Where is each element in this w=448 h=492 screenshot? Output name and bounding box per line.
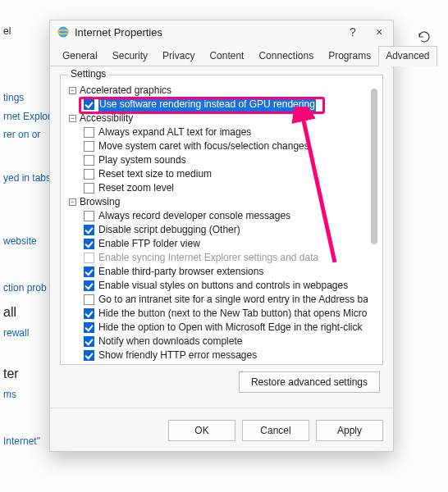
ok-button[interactable]: OK: [168, 420, 235, 441]
setting-label: Enable syncing Internet Explorer setting…: [98, 251, 318, 265]
setting-item: Enable syncing Internet Explorer setting…: [72, 251, 368, 265]
checkbox[interactable]: [84, 336, 94, 347]
checkbox[interactable]: [84, 280, 94, 291]
checkbox[interactable]: [84, 141, 94, 152]
expand-icon[interactable]: −: [69, 115, 76, 122]
checkbox[interactable]: [84, 211, 94, 221]
help-button[interactable]: ?: [345, 25, 360, 39]
bg-link[interactable]: tings: [3, 91, 49, 105]
setting-label: Reset zoom level: [98, 181, 174, 195]
close-button[interactable]: ×: [372, 25, 386, 39]
setting-item[interactable]: Move system caret with focus/selection c…: [72, 139, 368, 153]
setting-label: Hide the button (next to the New Tab but…: [98, 307, 367, 321]
setting-item[interactable]: Use software rendering instead of GPU re…: [72, 98, 368, 112]
expand-icon[interactable]: −: [69, 87, 76, 94]
checkbox[interactable]: [84, 225, 94, 235]
category-accessibility[interactable]: −Accessibility: [69, 112, 368, 125]
tab-programs[interactable]: Programs: [321, 46, 378, 66]
scrollbar[interactable]: [371, 85, 377, 361]
checkbox[interactable]: [84, 127, 94, 138]
bg-link[interactable]: ction prob: [3, 281, 49, 295]
bg-link[interactable]: rer on or: [3, 128, 49, 142]
svg-point-0: [58, 27, 69, 38]
checkbox[interactable]: [84, 239, 94, 249]
tab-security[interactable]: Security: [105, 46, 155, 66]
settings-legend: Settings: [67, 68, 109, 80]
tab-content[interactable]: Content: [202, 46, 251, 66]
setting-item[interactable]: Disable script debugging (Other): [72, 223, 368, 237]
setting-item[interactable]: Reset text size to medium: [72, 167, 368, 181]
setting-label: Reset text size to medium: [98, 167, 212, 181]
bg-link[interactable]: yed in tabs: [3, 171, 49, 185]
scrollbar-thumb[interactable]: [371, 89, 377, 244]
expand-icon[interactable]: −: [69, 198, 76, 206]
internet-properties-dialog: Internet Properties ? × GeneralSecurityP…: [49, 20, 394, 452]
setting-label: Enable visual styles on buttons and cont…: [98, 279, 348, 293]
setting-item[interactable]: Always expand ALT text for images: [72, 125, 368, 139]
category-browsing[interactable]: −Browsing: [69, 195, 368, 209]
category-label: Accessibility: [80, 112, 133, 125]
setting-label: Go to an intranet site for a single word…: [98, 293, 368, 307]
checkbox[interactable]: [84, 99, 94, 110]
tab-advanced[interactable]: Advanced: [378, 46, 437, 66]
checkbox[interactable]: [84, 266, 94, 277]
setting-item[interactable]: Show friendly HTTP error messages: [72, 348, 368, 361]
setting-item[interactable]: Notify when downloads complete: [72, 335, 368, 348]
checkbox[interactable]: [84, 322, 94, 333]
refresh-icon[interactable]: [417, 30, 433, 46]
bg-link[interactable]: ms: [3, 388, 49, 402]
apply-button[interactable]: Apply: [316, 420, 383, 441]
setting-label: Hide the option to Open with Microsoft E…: [98, 321, 363, 335]
tab-strip: GeneralSecurityPrivacyContentConnections…: [50, 42, 393, 66]
checkbox: [84, 253, 94, 263]
category-label: Browsing: [80, 195, 120, 209]
tab-general[interactable]: General: [55, 46, 105, 66]
bg-link[interactable]: rnet Explor: [3, 110, 49, 124]
setting-item[interactable]: Hide the option to Open with Microsoft E…: [72, 321, 368, 335]
setting-label: Always record developer console messages: [98, 209, 290, 223]
setting-item[interactable]: Enable FTP folder view: [72, 237, 368, 251]
setting-label: Enable third-party browser extensions: [98, 265, 263, 279]
setting-label: Enable FTP folder view: [98, 237, 200, 251]
bg-link[interactable]: website: [3, 235, 49, 248]
setting-item[interactable]: Hide the button (next to the New Tab but…: [72, 307, 368, 321]
setting-item[interactable]: Enable third-party browser extensions: [72, 265, 368, 279]
checkbox[interactable]: [84, 169, 94, 180]
checkbox[interactable]: [84, 294, 94, 305]
bg-link[interactable]: Internet": [3, 435, 49, 449]
background-page-fragments: el tings rnet Explor rer on or yed in ta…: [0, 0, 49, 449]
category-accelerated-graphics[interactable]: −Accelerated graphics: [69, 84, 368, 98]
setting-label: Disable script debugging (Other): [98, 223, 240, 237]
checkbox[interactable]: [84, 308, 94, 319]
bg-link[interactable]: rewall: [3, 326, 49, 340]
setting-item[interactable]: Always record developer console messages: [72, 209, 368, 223]
setting-label: Show friendly HTTP error messages: [98, 348, 257, 361]
ie-icon: [57, 25, 70, 39]
category-label: Accelerated graphics: [80, 84, 171, 98]
setting-item[interactable]: Enable visual styles on buttons and cont…: [72, 279, 368, 293]
titlebar: Internet Properties ? ×: [50, 20, 393, 42]
setting-item[interactable]: Play system sounds: [72, 153, 368, 167]
checkbox[interactable]: [84, 350, 94, 361]
separator: [50, 408, 393, 408]
tab-privacy[interactable]: Privacy: [155, 46, 202, 66]
setting-label: Use software rendering instead of GPU re…: [98, 98, 316, 112]
dialog-title: Internet Properties: [75, 26, 345, 39]
setting-label: Move system caret with focus/selection c…: [98, 139, 309, 153]
tab-connections[interactable]: Connections: [251, 46, 321, 66]
settings-tree[interactable]: −Accelerated graphicsUse software render…: [64, 82, 368, 361]
setting-label: Notify when downloads complete: [98, 335, 242, 348]
setting-item[interactable]: Reset zoom level: [72, 181, 368, 195]
setting-label: Always expand ALT text for images: [98, 125, 251, 139]
settings-groupbox: Settings −Accelerated graphicsUse softwa…: [60, 75, 383, 365]
cancel-button[interactable]: Cancel: [242, 420, 309, 441]
restore-advanced-button[interactable]: Restore advanced settings: [239, 371, 380, 393]
setting-item[interactable]: Go to an intranet site for a single word…: [72, 293, 368, 307]
checkbox[interactable]: [84, 183, 94, 194]
setting-label: Play system sounds: [98, 153, 186, 167]
checkbox[interactable]: [84, 155, 94, 166]
